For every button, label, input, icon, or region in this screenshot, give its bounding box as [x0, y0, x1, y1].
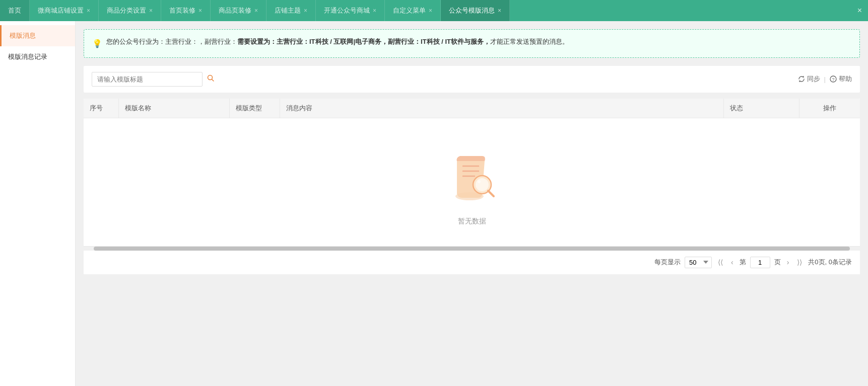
sync-icon [798, 75, 805, 83]
sync-label: 同步 [807, 74, 820, 84]
search-area: 同步 | ? 帮助 [84, 66, 860, 93]
empty-text: 暂无数据 [458, 217, 486, 226]
tab-product-category-label: 商品分类设置 [107, 6, 146, 15]
close-custom-menu-icon[interactable]: × [429, 7, 432, 14]
close-shop-theme-icon[interactable]: × [304, 7, 307, 14]
last-page-button[interactable]: ⟩⟩ [795, 257, 804, 267]
tab-custom-menu-label: 自定义菜单 [393, 6, 426, 15]
th-action: 操作 [799, 99, 860, 118]
tab-shop-settings-label: 微商城店铺设置 [38, 6, 84, 15]
search-button[interactable] [207, 74, 215, 84]
main-layout: 模版消息 模版消息记录 💡 您的公众号行业为：主营行业：，副营行业：需要设置为：… [0, 21, 868, 386]
search-input[interactable] [92, 72, 203, 87]
help-button[interactable]: ? 帮助 [830, 74, 852, 84]
next-page-button[interactable]: › [785, 257, 791, 267]
tab-custom-menu[interactable]: 自定义菜单 × [385, 0, 441, 21]
tab-home-label: 首页 [8, 6, 21, 15]
tab-shop-theme[interactable]: 店铺主题 × [266, 0, 316, 21]
notice-banner: 💡 您的公众号行业为：主营行业：，副营行业：需要设置为：主营行业：IT科技 / … [84, 29, 860, 58]
scrollbar-thumb[interactable] [94, 247, 850, 251]
svg-text:?: ? [832, 77, 834, 82]
sidebar: 模版消息 模版消息记录 [0, 21, 76, 386]
close-template-msg-icon[interactable]: × [498, 7, 501, 14]
tab-shop-theme-label: 店铺主题 [275, 6, 301, 15]
di-word: 第 [740, 258, 746, 267]
table-header: 序号 模版名称 模版类型 消息内容 状态 操作 [84, 99, 860, 118]
content-area: 💡 您的公众号行业为：主营行业：，副营行业：需要设置为：主营行业：IT科技 / … [76, 21, 868, 386]
svg-line-10 [488, 191, 494, 196]
search-left [92, 72, 215, 87]
notice-text: 您的公众号行业为：主营行业：，副营行业：需要设置为：主营行业：IT科技 / 互联… [106, 37, 569, 47]
search-icon [207, 74, 215, 82]
svg-point-9 [476, 178, 489, 191]
close-product-decoration-icon[interactable]: × [254, 7, 258, 14]
help-icon: ? [830, 75, 837, 83]
total-text: 共0页, 0条记录 [808, 258, 852, 267]
sync-button[interactable]: 同步 [798, 74, 820, 84]
th-status: 状态 [724, 99, 799, 118]
close-home-decoration-icon[interactable]: × [198, 7, 202, 14]
sidebar-item-template-record[interactable]: 模版消息记录 [0, 46, 75, 67]
sidebar-item-template-msg[interactable]: 模版消息 [0, 25, 75, 46]
empty-illustration [442, 148, 502, 209]
th-type: 模版类型 [230, 99, 280, 118]
tab-product-category[interactable]: 商品分类设置 × [99, 0, 161, 21]
svg-line-1 [212, 80, 214, 82]
current-page-input[interactable] [750, 257, 770, 268]
empty-state: 暂无数据 [84, 118, 860, 246]
tab-product-decoration[interactable]: 商品页装修 × [211, 0, 266, 21]
first-page-button[interactable]: ⟨⟨ [716, 257, 725, 267]
page-size-label: 每页显示 [654, 258, 681, 267]
sidebar-template-record-label: 模版消息记录 [8, 53, 47, 60]
horizontal-scrollbar[interactable] [84, 246, 860, 250]
tab-open-mall-label: 开通公众号商城 [324, 6, 370, 15]
prev-page-button[interactable]: ‹ [729, 257, 736, 267]
divider: | [824, 75, 826, 83]
tab-template-msg-label: 公众号模版消息 [449, 6, 495, 15]
table-container: 序号 模版名称 模版类型 消息内容 状态 操作 [84, 99, 860, 250]
table-wrapper: 序号 模版名称 模版类型 消息内容 状态 操作 [84, 99, 860, 246]
tab-bar: 首页 微商城店铺设置 × 商品分类设置 × 首页装修 × 商品页装修 × 店铺主… [0, 0, 868, 21]
tab-template-msg[interactable]: 公众号模版消息 × [441, 0, 510, 21]
help-label: 帮助 [839, 74, 852, 84]
tab-product-decoration-label: 商品页装修 [219, 6, 251, 15]
th-seq: 序号 [84, 99, 119, 118]
th-content: 消息内容 [280, 99, 724, 118]
tab-shop-settings[interactable]: 微商城店铺设置 × [30, 0, 99, 21]
th-name: 模版名称 [119, 99, 230, 118]
tab-open-mall[interactable]: 开通公众号商城 × [316, 0, 385, 21]
close-open-mall-icon[interactable]: × [373, 7, 376, 14]
close-all-button[interactable]: × [851, 6, 868, 15]
search-right: 同步 | ? 帮助 [798, 74, 852, 84]
sidebar-template-msg-label: 模版消息 [10, 32, 36, 39]
close-product-category-icon[interactable]: × [149, 7, 153, 14]
tab-home-decoration[interactable]: 首页装修 × [161, 0, 211, 21]
bulb-icon: 💡 [92, 37, 102, 50]
page-word: 页 [774, 258, 781, 267]
page-size-select[interactable]: 10 20 50 100 [685, 257, 712, 268]
pagination: 每页显示 10 20 50 100 ⟨⟨ ‹ 第 页 › ⟩⟩ 共0页, 0条记… [84, 250, 860, 274]
svg-point-11 [478, 180, 481, 183]
tab-home[interactable]: 首页 [0, 0, 30, 21]
close-shop-settings-icon[interactable]: × [87, 7, 90, 14]
tab-home-decoration-label: 首页装修 [169, 6, 195, 15]
